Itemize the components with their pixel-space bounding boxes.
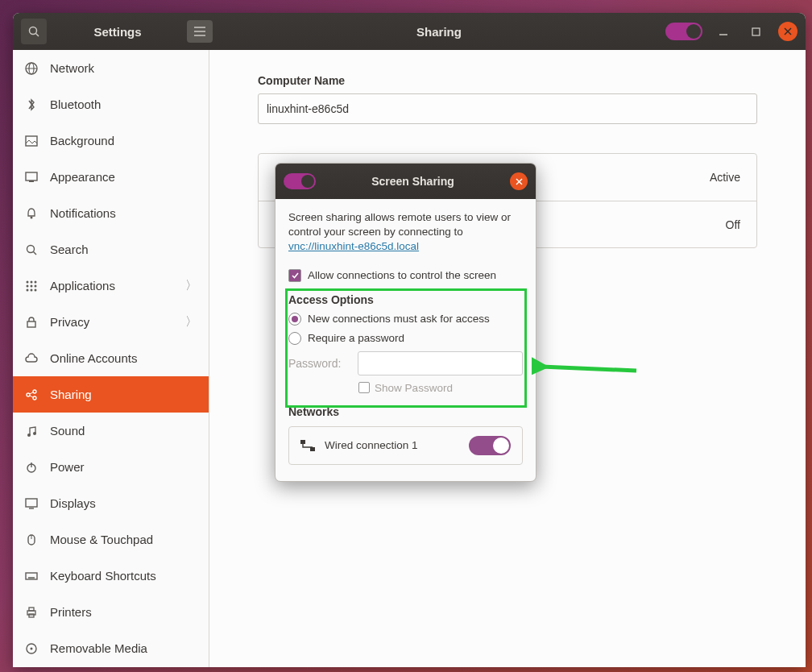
grid-icon [24, 279, 39, 293]
sidebar-item-label: Appearance [50, 170, 115, 184]
close-icon [516, 178, 523, 185]
svg-line-17 [34, 251, 37, 255]
sidebar-item-label: Removable Media [50, 641, 147, 655]
sidebar-item-label: Keyboard Shortcuts [50, 569, 156, 583]
svg-line-1 [36, 34, 39, 37]
page-title: Sharing [213, 25, 665, 39]
search-button[interactable] [21, 19, 47, 44]
sharing-master-toggle[interactable] [665, 23, 702, 40]
ask-access-label: New connections must ask for access [308, 313, 490, 325]
password-label: Password: [288, 357, 351, 370]
globe-icon [24, 61, 39, 76]
media-sharing-state: Off [726, 218, 740, 231]
sidebar-item-displays[interactable]: Displays [13, 485, 209, 521]
screen-sharing-state: Active [710, 171, 740, 184]
search-icon [27, 25, 40, 38]
screen-sharing-dialog: Screen Sharing Screen sharing allows rem… [275, 163, 536, 482]
access-options-title: Access Options [288, 293, 523, 306]
sidebar-item-keyboard-shortcuts[interactable]: Keyboard Shortcuts [13, 558, 209, 594]
wired-network-icon [300, 440, 315, 451]
svg-point-26 [35, 288, 37, 291]
svg-rect-27 [27, 321, 35, 327]
maximize-button[interactable] [746, 22, 765, 41]
titlebar: Settings Sharing [13, 13, 806, 50]
svg-point-23 [35, 284, 37, 287]
sidebar-item-label: Privacy [50, 315, 89, 329]
svg-point-20 [35, 280, 37, 283]
svg-point-29 [33, 390, 36, 393]
svg-point-30 [33, 396, 36, 400]
sidebar-item-sound[interactable]: Sound [13, 413, 209, 449]
minimize-button[interactable] [714, 22, 733, 41]
sidebar-item-applications[interactable]: Applications〉 [13, 268, 209, 304]
svg-line-31 [30, 392, 34, 393]
require-password-label: Require a password [308, 332, 404, 344]
display-icon [24, 496, 39, 511]
maximize-icon [752, 27, 760, 36]
sidebar-item-label: Sound [50, 424, 85, 438]
svg-point-28 [27, 393, 30, 396]
dialog-titlebar: Screen Sharing [276, 164, 536, 199]
search-icon [24, 243, 39, 257]
hamburger-menu-button[interactable] [187, 20, 213, 43]
check-icon [291, 271, 300, 280]
sidebar-item-label: Online Accounts [50, 351, 137, 365]
power-icon [24, 460, 39, 475]
svg-point-33 [27, 433, 31, 437]
sidebar-item-network[interactable]: Network [13, 50, 209, 86]
sidebar-item-label: Notifications [50, 206, 116, 220]
network-toggle[interactable] [469, 436, 511, 455]
svg-line-32 [30, 396, 34, 397]
window-controls [714, 22, 798, 41]
sidebar-item-power[interactable]: Power [13, 449, 209, 485]
sidebar-item-online-accounts[interactable]: Online Accounts [13, 340, 209, 376]
svg-point-25 [31, 288, 33, 291]
sidebar-item-mouse-touchpad[interactable]: Mouse & Touchpad [13, 521, 209, 558]
svg-point-0 [30, 27, 37, 35]
sidebar-item-label: Network [50, 61, 94, 75]
music-icon [24, 424, 39, 438]
keyboard-icon [24, 569, 39, 583]
computer-name-input[interactable] [258, 93, 757, 124]
media-icon [24, 641, 39, 656]
sidebar-item-notifications[interactable]: Notifications [13, 195, 209, 231]
require-password-radio[interactable] [288, 332, 301, 345]
app-title: Settings [53, 25, 182, 39]
sidebar-item-privacy[interactable]: Privacy〉 [13, 304, 209, 340]
svg-rect-47 [29, 608, 34, 611]
bell-icon [24, 206, 39, 221]
sidebar-item-label: Displays [50, 496, 96, 510]
ask-access-radio[interactable] [288, 313, 301, 326]
dialog-close-button[interactable] [510, 172, 528, 190]
bluetooth-icon [24, 97, 39, 112]
close-icon [784, 27, 792, 35]
sidebar-item-printers[interactable]: Printers [13, 594, 209, 630]
sidebar-item-sharing[interactable]: Sharing [13, 376, 209, 413]
sidebar-item-appearance[interactable]: Appearance [13, 159, 209, 195]
printer-icon [24, 605, 39, 620]
sidebar-item-label: Applications [50, 279, 115, 292]
allow-control-checkbox[interactable] [288, 269, 301, 282]
minimize-icon [719, 27, 728, 36]
mouse-icon [24, 533, 39, 547]
sidebar-item-background[interactable]: Background [13, 122, 209, 159]
password-input[interactable] [358, 351, 523, 375]
svg-point-16 [27, 245, 35, 252]
svg-rect-12 [26, 136, 37, 146]
svg-point-18 [27, 280, 29, 283]
sidebar-item-label: Background [50, 134, 114, 147]
appearance-icon [24, 170, 39, 185]
cloud-icon [24, 351, 39, 366]
sidebar-item-removable-media[interactable]: Removable Media [13, 630, 209, 666]
close-button[interactable] [778, 22, 798, 41]
screen-sharing-toggle[interactable] [284, 173, 316, 189]
show-password-checkbox[interactable] [358, 382, 370, 393]
sidebar-item-bluetooth[interactable]: Bluetooth [13, 86, 209, 122]
networks-title: Networks [288, 405, 523, 418]
vnc-link[interactable]: vnc://linuxhint-e86c5d.local [288, 240, 419, 252]
dialog-description: Screen sharing allows remote users to vi… [288, 210, 523, 255]
sidebar-item-label: Printers [50, 605, 92, 619]
network-name: Wired connection 1 [325, 439, 418, 451]
sidebar-item-search[interactable]: Search [13, 231, 209, 268]
allow-control-label: Allow connections to control the screen [308, 269, 496, 281]
